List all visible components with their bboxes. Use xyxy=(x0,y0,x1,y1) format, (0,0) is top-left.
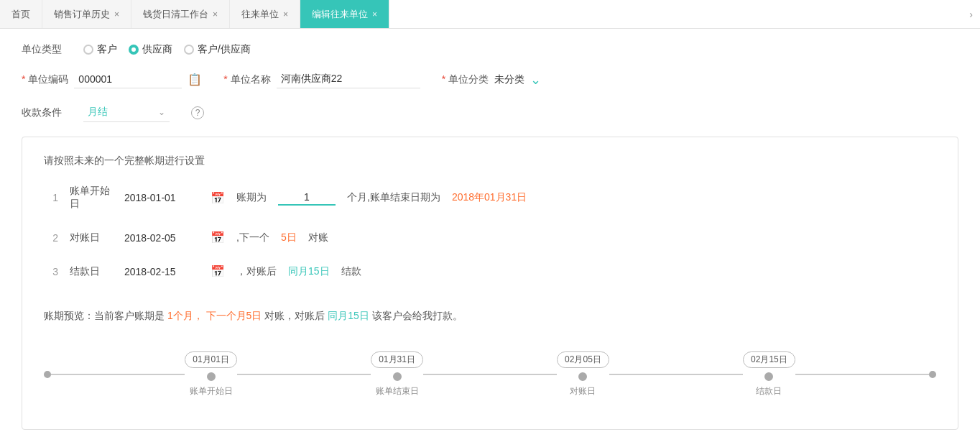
timeline-label-4: 结款日 xyxy=(756,385,782,397)
unit-name-input[interactable] xyxy=(277,70,420,88)
timeline-segment-3 xyxy=(423,374,557,375)
tab-edit-partner[interactable]: 编辑往来单位 × xyxy=(300,0,389,28)
unit-code-group: 单位编码 📋 xyxy=(22,70,202,88)
radio-label-supplier: 供应商 xyxy=(142,43,172,56)
step-desc-2-highlight: 5日 xyxy=(281,231,297,244)
step-date-1: 2018-01-01 xyxy=(124,192,196,203)
tab-arrow[interactable]: › xyxy=(962,0,980,28)
timeline-segment-4 xyxy=(609,374,743,375)
timeline-segment-1 xyxy=(51,374,185,375)
unit-classify-group: 单位分类 未分类 ⌄ xyxy=(442,72,541,88)
preview-suffix: 该客户会给我打款。 xyxy=(372,310,463,321)
timeline-dot-2 xyxy=(393,372,402,381)
timeline-start-dot xyxy=(44,371,51,378)
step-label-2: 对账日 xyxy=(70,231,113,244)
radio-supplier[interactable]: 供应商 xyxy=(129,43,172,56)
unit-classify-dropdown[interactable]: 未分类 ⌄ xyxy=(494,72,541,88)
timeline-dot-4 xyxy=(764,372,773,381)
panel-title: 请按照未来的一个完整帐期进行设置 xyxy=(44,155,936,167)
radio-label-both: 客户/供应商 xyxy=(198,43,251,56)
radio-customer[interactable]: 客户 xyxy=(83,43,117,56)
timeline-segment-2 xyxy=(237,374,371,375)
copy-icon[interactable]: 📋 xyxy=(188,73,202,86)
timeline-segment-5 xyxy=(795,374,929,375)
step-num-2: 2 xyxy=(44,232,58,244)
step-label-1: 账单开始日 xyxy=(70,185,113,211)
dropdown-chevron-icon: ⌄ xyxy=(158,107,165,117)
unit-type-row: 单位类型 客户 供应商 客户/供应商 xyxy=(22,43,958,56)
step-desc-3-prefix: ，对账后 xyxy=(236,265,277,278)
timeline-badge-1: 01月01日 xyxy=(185,351,237,368)
step-date-2: 2018-02-05 xyxy=(124,232,196,244)
period-end-date: 2018年01月31日 xyxy=(452,191,527,204)
preview-text: 账期预览：当前客户账期是 1个月， 下一个月5日 对账，对账后 同月15日 该客… xyxy=(44,298,936,323)
preview-part3: 同月15日 xyxy=(328,310,369,321)
help-icon[interactable]: ? xyxy=(191,106,204,119)
payment-terms-row: 收款条件 月结 ⌄ ? xyxy=(22,103,958,122)
unit-type-label: 单位类型 xyxy=(22,43,62,56)
radio-circle-supplier xyxy=(129,45,139,55)
step-desc-2-suffix: 对账 xyxy=(308,231,328,244)
radio-both[interactable]: 客户/供应商 xyxy=(184,43,251,56)
timeline-node-4: 02月15日 结款日 xyxy=(743,351,795,397)
step-row-2: 2 对账日 2018-02-05 📅 ,下一个 5日 对账 xyxy=(44,231,936,244)
step-desc-3-highlight: 同月15日 xyxy=(288,265,330,278)
classify-arrow-icon: ⌄ xyxy=(530,72,541,88)
payment-terms-value: 月结 xyxy=(88,106,154,119)
payment-terms-label: 收款条件 xyxy=(22,106,62,119)
timeline-end-dot xyxy=(929,371,936,378)
step-period-unit: 个月,账单结束日期为 xyxy=(347,191,440,204)
page-content: 单位类型 客户 供应商 客户/供应商 单位编码 📋 单位名称 xyxy=(0,29,980,437)
step-desc-3-suffix: 结款 xyxy=(341,265,361,278)
unit-code-input[interactable] xyxy=(74,70,182,88)
preview-prefix: 账期预览：当前客户账期是 xyxy=(44,310,165,321)
settings-panel: 请按照未来的一个完整帐期进行设置 1 账单开始日 2018-01-01 📅 账期… xyxy=(22,137,958,430)
period-input[interactable] xyxy=(278,190,336,206)
payment-terms-dropdown[interactable]: 月结 ⌄ xyxy=(83,103,170,122)
unit-classify-label: 单位分类 xyxy=(442,73,489,86)
timeline-label-3: 对账日 xyxy=(570,385,596,397)
timeline-badge-3: 02月05日 xyxy=(557,351,609,368)
unit-name-group: 单位名称 xyxy=(223,70,420,88)
unit-code-label: 单位编码 xyxy=(22,73,68,86)
step-desc-2-prefix: ,下一个 xyxy=(236,231,269,244)
unit-name-label: 单位名称 xyxy=(223,73,270,86)
calendar-icon-2[interactable]: 📅 xyxy=(211,231,225,244)
preview-part2: 下一个月5日 xyxy=(206,310,262,321)
timeline-dot-3 xyxy=(578,372,587,381)
timeline-badge-4: 02月15日 xyxy=(743,351,795,368)
unit-type-radio-group: 客户 供应商 客户/供应商 xyxy=(83,43,251,56)
calendar-icon-1[interactable]: 📅 xyxy=(211,191,225,205)
tab-cash-ledger[interactable]: 钱货日清工作台 × xyxy=(131,0,230,28)
timeline: 01月01日 账单开始日 01月31日 账单结束日 02月05日 对账日 xyxy=(44,344,936,412)
close-tab-edit-partner[interactable]: × xyxy=(372,9,377,19)
step-num-3: 3 xyxy=(44,266,58,277)
preview-middle: 对账，对账后 xyxy=(264,310,325,321)
close-tab-partner[interactable]: × xyxy=(283,9,288,19)
timeline-label-2: 账单结束日 xyxy=(376,385,419,397)
tabs-bar: 首页 销售订单历史 × 钱货日清工作台 × 往来单位 × 编辑往来单位 × › xyxy=(0,0,980,29)
step-row-1: 1 账单开始日 2018-01-01 📅 账期为 个月,账单结束日期为 2018… xyxy=(44,185,936,211)
step-label-3: 结款日 xyxy=(70,265,113,278)
timeline-badge-2: 01月31日 xyxy=(371,351,423,368)
step-period-label: 账期为 xyxy=(236,191,267,204)
close-tab-sales[interactable]: × xyxy=(114,9,119,19)
timeline-node-2: 01月31日 账单结束日 xyxy=(371,351,423,397)
close-tab-cash[interactable]: × xyxy=(213,9,218,19)
step-row-3: 3 结款日 2018-02-15 📅 ，对账后 同月15日 结款 xyxy=(44,264,936,278)
step-num-1: 1 xyxy=(44,192,58,203)
timeline-dot-1 xyxy=(207,372,216,381)
preview-part1: 1个月， xyxy=(167,310,203,321)
classify-text: 未分类 xyxy=(494,73,524,86)
radio-circle-both xyxy=(184,45,194,55)
tab-partner-unit[interactable]: 往来单位 × xyxy=(230,0,300,28)
step-date-3: 2018-02-15 xyxy=(124,266,196,277)
radio-circle-customer xyxy=(83,45,93,55)
calendar-icon-3[interactable]: 📅 xyxy=(211,264,225,278)
timeline-label-1: 账单开始日 xyxy=(190,385,233,397)
radio-label-customer: 客户 xyxy=(97,43,117,56)
unit-info-row: 单位编码 📋 单位名称 单位分类 未分类 ⌄ xyxy=(22,70,958,88)
tab-home[interactable]: 首页 xyxy=(0,0,42,28)
timeline-node-3: 02月05日 对账日 xyxy=(557,351,609,397)
tab-sales-order-history[interactable]: 销售订单历史 × xyxy=(42,0,131,28)
